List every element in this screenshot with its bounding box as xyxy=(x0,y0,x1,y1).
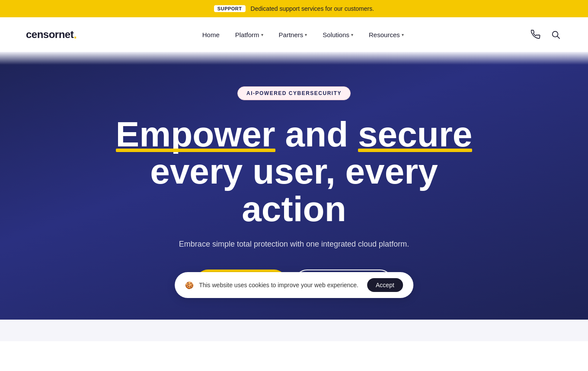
chevron-down-icon: ▾ xyxy=(261,32,263,37)
nav-item-partners[interactable]: Partners ▾ xyxy=(279,31,307,38)
svg-line-1 xyxy=(557,36,559,38)
top-banner: SUPPORT Dedicated support services for o… xyxy=(0,0,588,17)
chevron-down-icon: ▾ xyxy=(305,32,307,37)
nav-link-partners[interactable]: Partners ▾ xyxy=(279,31,307,38)
logo[interactable]: censornet. xyxy=(26,28,77,41)
phone-button[interactable] xyxy=(529,28,542,41)
chevron-down-icon: ▾ xyxy=(402,32,404,37)
banner-text: Dedicated support services for our custo… xyxy=(251,5,374,12)
hero-badge: AI-POWERED CYBERSECURITY xyxy=(237,86,351,100)
chevron-down-icon: ▾ xyxy=(351,32,353,37)
support-badge[interactable]: SUPPORT xyxy=(214,5,246,12)
cookie-accept-button[interactable]: Accept xyxy=(367,278,403,292)
nav-icons xyxy=(529,28,562,41)
logo-dot: . xyxy=(74,28,77,41)
hero-title-empower: Empower xyxy=(116,116,275,153)
hero-subtitle: Embrace simple total protection with one… xyxy=(179,240,409,249)
nav-links: Home Platform ▾ Partners ▾ Solutions ▾ R… xyxy=(202,31,404,38)
cookie-banner: 🍪 This website uses cookies to improve y… xyxy=(175,272,413,298)
nav-item-home[interactable]: Home xyxy=(202,31,220,38)
nav-link-home[interactable]: Home xyxy=(202,31,220,38)
nav-link-resources[interactable]: Resources ▾ xyxy=(369,31,404,38)
cookie-text: This website uses cookies to improve you… xyxy=(199,282,358,289)
nav-link-solutions[interactable]: Solutions ▾ xyxy=(323,31,353,38)
hero-title-secure: secure xyxy=(358,116,472,153)
search-button[interactable] xyxy=(549,28,562,41)
nav-item-solutions[interactable]: Solutions ▾ xyxy=(323,31,353,38)
hero-title: Empower and secure every user, every act… xyxy=(99,116,489,227)
logo-text: censornet xyxy=(26,29,74,41)
phone-icon xyxy=(531,30,540,39)
nav-item-platform[interactable]: Platform ▾ xyxy=(235,31,263,38)
navbar: censornet. Home Platform ▾ Partners ▾ So… xyxy=(0,17,588,52)
hero-section: AI-POWERED CYBERSECURITY Empower and sec… xyxy=(0,52,588,320)
bottom-strip xyxy=(0,320,588,341)
nav-item-resources[interactable]: Resources ▾ xyxy=(369,31,404,38)
hero-title-line2: every user, every action xyxy=(150,152,438,228)
nav-link-platform[interactable]: Platform ▾ xyxy=(235,31,263,38)
cookie-emoji: 🍪 xyxy=(185,281,194,289)
search-icon xyxy=(551,30,560,39)
